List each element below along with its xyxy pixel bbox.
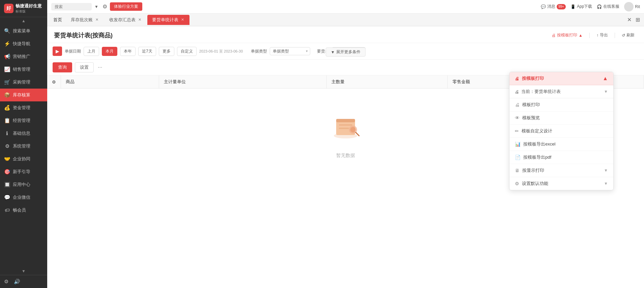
sidebar-bottom: ⚙ 🔊 xyxy=(0,275,47,288)
search-icon: 🔍 xyxy=(4,28,10,34)
message-badge: 99+ xyxy=(557,4,566,9)
topbar-search-input[interactable] xyxy=(51,3,92,10)
doc-type-label: 单据类型 xyxy=(251,49,267,54)
divider-2 xyxy=(615,33,615,38)
sidebar-item-member[interactable]: 🏷 畅会员 xyxy=(0,204,47,217)
logo-text: 畅捷通好生意 标准版 xyxy=(16,3,42,13)
tab-collection-summary[interactable]: 收发存汇总表 ✕ xyxy=(105,15,147,25)
divider-1 xyxy=(589,33,590,38)
sidebar-scroll-up[interactable]: ▲ xyxy=(0,17,47,25)
col-settings[interactable]: ⚙ xyxy=(47,75,61,89)
phone-icon: 📱 xyxy=(570,4,576,9)
display-print-left: 🖥 按显示打印 xyxy=(515,167,544,173)
tab-close-collection-summary[interactable]: ✕ xyxy=(138,18,142,22)
tabbar: 首页 库存批次账 ✕ 收发存汇总表 ✕ 要货单统计表 ✕ ✕ ⊞ xyxy=(47,13,644,26)
svg-point-6 xyxy=(350,127,356,132)
message-button[interactable]: 💬 消息 99+ xyxy=(541,4,566,9)
app-logo: 好 畅捷通好生意 标准版 xyxy=(0,0,47,17)
box-icon: 📦 xyxy=(4,92,10,98)
expand-more-icon: ▼ xyxy=(331,50,335,55)
tab-maximize-button[interactable]: ⊞ xyxy=(634,15,641,24)
online-service-button[interactable]: 🎧 在线客服 xyxy=(597,4,619,9)
sidebar-item-app-center[interactable]: 🔲 应用中心 xyxy=(0,178,47,191)
tab-order-stats[interactable]: 要货单统计表 ✕ xyxy=(147,15,189,25)
user-avatar-button[interactable]: Rit xyxy=(624,2,640,11)
default-func-icon: ⚙ xyxy=(515,181,519,186)
export-pdf-icon: 📄 xyxy=(515,155,521,160)
date-custom-button[interactable]: 自定义 xyxy=(177,47,197,56)
tab-inventory-batch[interactable]: 库存批次账 ✕ xyxy=(66,15,104,25)
current-template-left: 🖨 当前：要货单统计表 xyxy=(515,89,561,95)
export-icon: ↑ xyxy=(596,33,598,38)
expand-more-container: ▼ 展开更多条件 xyxy=(326,47,365,57)
filter-expand-icon-button[interactable]: ▶ xyxy=(53,46,62,56)
sidebar-item-sales[interactable]: 📈 销售管理 xyxy=(0,63,47,76)
expand-more-button[interactable]: ▼ 展开更多条件 xyxy=(326,47,365,57)
print-dropdown-close-button[interactable]: ▲ xyxy=(603,75,608,82)
tab-close-order-stats[interactable]: ✕ xyxy=(180,18,185,22)
print-dropdown-title-area: 🖨 按模板打印 xyxy=(515,75,544,82)
default-func-item[interactable]: ⚙ 设置默认功能 ▼ xyxy=(509,177,613,190)
export-pdf-left: 📄 按模板导出pdf xyxy=(515,154,551,160)
chart-icon: 📈 xyxy=(4,66,10,72)
settings-bottom-icon[interactable]: ⚙ xyxy=(4,279,8,285)
sidebar-nav: 🔍 搜索菜单 ⚡ 快捷导航 📢 营销推广 📈 销售管理 🛒 采购管理 📦 库存核… xyxy=(0,25,47,267)
app-download-button[interactable]: 📱 App下载 xyxy=(570,4,592,9)
doc-type-select[interactable]: 单据类型 xyxy=(270,47,310,55)
tag-icon: 🏷 xyxy=(4,207,10,213)
export-button[interactable]: ↑ 导出 xyxy=(594,31,611,39)
page-content: 要货单统计表(按商品) 🖨 按模板打印 ▲ ↑ 导出 ↺ 刷新 xyxy=(47,26,644,288)
export-excel-left: 📊 按模板导出excel xyxy=(515,141,555,147)
print-export-pdf-item[interactable]: 📄 按模板导出pdf xyxy=(509,151,613,164)
more-options-button[interactable]: ··· xyxy=(96,63,104,72)
tab-close-all-button[interactable]: ✕ xyxy=(626,15,633,24)
col-product: 商品 xyxy=(61,75,159,89)
date-this-month-button[interactable]: 本月 xyxy=(102,47,117,56)
date-last-month-button[interactable]: 上月 xyxy=(84,47,99,56)
settings-button[interactable]: 设置 xyxy=(75,62,94,72)
template-print-icon: 🖨 xyxy=(515,102,520,107)
template-preview-icon: 👁 xyxy=(515,115,520,121)
refresh-button[interactable]: ↺ 刷新 xyxy=(619,31,637,39)
display-print-item[interactable]: 🖥 按显示打印 ▼ xyxy=(509,164,613,177)
printer-icon: 🖨 xyxy=(552,33,556,38)
topbar-gear-button[interactable]: ⚙ xyxy=(103,3,107,10)
sidebar-item-search[interactable]: 🔍 搜索菜单 xyxy=(0,25,47,37)
sidebar-item-inventory[interactable]: 📦 库存核算 xyxy=(0,89,47,101)
sidebar-item-system[interactable]: ⚙ 系统管理 xyxy=(0,140,47,153)
print-template-custom-item[interactable]: ✏ 模板自定义设计 xyxy=(509,125,613,138)
sidebar-item-operations[interactable]: 📋 经营管理 xyxy=(0,114,47,127)
sidebar-item-wechat[interactable]: 💬 企业微信 xyxy=(0,191,47,204)
sidebar-item-finance[interactable]: 💰 资金管理 xyxy=(0,101,47,114)
sidebar-item-basics[interactable]: ℹ 基础信息 xyxy=(0,127,47,140)
topbar-nav-dropdown[interactable]: ▼ xyxy=(94,4,98,9)
print-dropdown-header: 🖨 按模板打印 ▲ xyxy=(509,72,613,85)
sidebar-item-guide[interactable]: 🎯 新手引导 xyxy=(0,165,47,178)
print-dropdown-current-template[interactable]: 🖨 当前：要货单统计表 ▼ xyxy=(509,85,613,98)
print-template-print-item[interactable]: 🖨 模板打印 xyxy=(509,98,613,111)
gear-icon: ⚙ xyxy=(4,143,10,149)
date-last-7days-button[interactable]: 近7天 xyxy=(138,47,156,56)
date-more-button[interactable]: 更多 xyxy=(159,47,174,56)
sound-bottom-icon[interactable]: 🔊 xyxy=(14,279,20,285)
sidebar-scroll-down[interactable]: ▼ xyxy=(0,267,47,275)
trial-industry-button[interactable]: 体验行业方案 xyxy=(110,2,142,11)
print-export-excel-item[interactable]: 📊 按模板导出excel xyxy=(509,138,613,151)
query-button[interactable]: 查询 xyxy=(53,62,72,72)
doc-type-filter: 单据类型 xyxy=(251,49,267,54)
print-template-button[interactable]: 🖨 按模板打印 ▲ xyxy=(549,31,585,39)
cart-icon: 🛒 xyxy=(4,79,10,85)
sidebar-item-purchase[interactable]: 🛒 采购管理 xyxy=(0,76,47,89)
svg-rect-3 xyxy=(339,124,352,126)
empty-icon xyxy=(329,109,362,147)
tab-home[interactable]: 首页 xyxy=(50,15,65,25)
svg-rect-2 xyxy=(336,119,355,122)
sidebar-item-cooperation[interactable]: 🤝 企业协同 xyxy=(0,153,47,165)
sidebar-item-quick-nav[interactable]: ⚡ 快捷导航 xyxy=(0,37,47,50)
lightning-icon: ⚡ xyxy=(4,41,10,47)
tab-close-inventory-batch[interactable]: ✕ xyxy=(95,18,99,22)
sidebar-item-marketing[interactable]: 📢 营销推广 xyxy=(0,50,47,63)
print-template-preview-item[interactable]: 👁 模板预览 xyxy=(509,111,613,125)
logo-icon: 好 xyxy=(4,4,13,13)
date-this-year-button[interactable]: 本年 xyxy=(120,47,136,56)
